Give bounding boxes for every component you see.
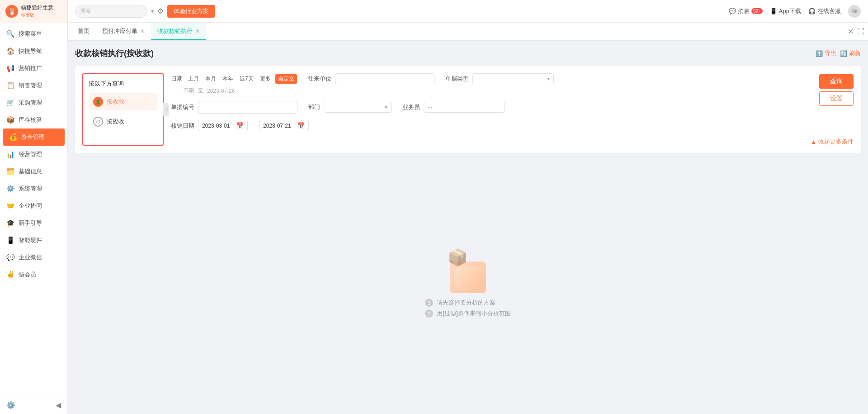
purchase-icon: 🛒	[6, 99, 15, 107]
filter-mode-panel: 按以下方查询 💲 按收款 ⏱ 按应收 《	[82, 73, 164, 146]
online-service-button[interactable]: 🎧 在线客服	[808, 7, 841, 15]
sidebar-item-sales-label: 销售管理	[19, 81, 42, 90]
doc-number-input[interactable]	[198, 101, 297, 114]
topbar-right: 💬 消息 99+ 📱 App下载 🎧 在线客服 Rit	[729, 5, 861, 18]
sidebar-item-operations[interactable]: 📊 经营管理	[0, 146, 67, 163]
topbar-gear-icon[interactable]: ⚙	[157, 7, 164, 15]
staff-dots: ···	[428, 104, 432, 110]
sidebar-item-purchase[interactable]: 🛒 采购管理	[0, 94, 67, 111]
sidebar-item-marketing[interactable]: 📢 营销推广	[0, 60, 67, 77]
empty-illustration: 📦	[445, 248, 491, 293]
filter-voucher-type-field: 单据类型 ▾	[445, 73, 554, 84]
step-2-num: 2	[425, 309, 433, 318]
sidebar-item-enterprise[interactable]: 🤝 企业协同	[0, 197, 67, 214]
sidebar-item-vip[interactable]: ✌️ 畅会员	[0, 266, 67, 283]
staff-input[interactable]: ···	[424, 102, 505, 113]
empty-step-2: 2 用[过滤]条件来缩小分析范围	[425, 309, 510, 318]
date-shortcut-this-month[interactable]: 本月	[203, 74, 218, 84]
tab-prepay-close-icon[interactable]: ✕	[140, 28, 145, 34]
tabbar-expand-button[interactable]: ⛶	[857, 28, 864, 36]
page-content: 收款核销执行(按收款) ⬆️ 导出 🔄 刷新 按以下方查询 💲 按收款	[68, 41, 868, 414]
sidebar-item-hardware[interactable]: 📱 智能硬件	[0, 232, 67, 249]
empty-steps: 1 请先选择要分析的方案 2 用[过滤]条件来缩小分析范围	[425, 299, 510, 318]
receivable-icon: ⏱	[93, 117, 103, 127]
filter-collapse-button[interactable]: 《	[163, 103, 169, 116]
date-shortcut-this-year[interactable]: 本年	[221, 74, 235, 84]
filter-option-by-receipt[interactable]: 💲 按收款	[89, 93, 157, 110]
topbar-chevron-icon[interactable]: ▾	[151, 8, 154, 14]
date-shortcut-last-month[interactable]: 上月	[186, 74, 201, 84]
page-header: 收款核销执行(按收款) ⬆️ 导出 🔄 刷新	[75, 48, 861, 59]
sidebar: 🐰 畅捷通好生意 标准版 🔍 搜索菜单 🏠 快捷导航 📢 营销推广 📋 销售管理…	[0, 0, 68, 414]
writeoff-from-input[interactable]: 2023-03-01 📅	[198, 120, 248, 131]
filter-panel: 按以下方查询 💲 按收款 ⏱ 按应收 《	[75, 66, 861, 153]
guide-icon: 🎓	[6, 219, 15, 227]
topbar-search-placeholder: 搜索	[80, 7, 91, 15]
basic-icon: 🗂️	[6, 167, 15, 176]
staff-label: 业务员	[402, 103, 420, 111]
settings-bottom-icon[interactable]: ⚙️	[6, 401, 15, 409]
sidebar-item-quicknav[interactable]: 🏠 快捷导航	[0, 43, 67, 60]
sidebar-item-system[interactable]: ⚙️ 系统管理	[0, 180, 67, 197]
collapse-sidebar-icon[interactable]: ◀	[56, 401, 61, 409]
topbar-search-box[interactable]: 搜索	[75, 5, 147, 18]
app-download-button[interactable]: 📱 App下载	[770, 7, 801, 15]
filter-option-by-receivable[interactable]: ⏱ 按应收	[89, 113, 157, 130]
writeoff-to-input[interactable]: 2023-07-21 📅	[259, 120, 309, 131]
user-avatar: Rit	[848, 5, 861, 18]
sidebar-item-finance[interactable]: 💰 资金管理	[3, 128, 65, 146]
voucher-type-select[interactable]: ▾	[472, 73, 554, 84]
sidebar-item-sales[interactable]: 📋 销售管理	[0, 77, 67, 94]
date-shortcut-7days[interactable]: 近7天	[238, 74, 255, 84]
collapse-icon: 《	[164, 106, 168, 113]
empty-step-1: 1 请先选择要分析的方案	[425, 299, 510, 307]
setting-button[interactable]: 设置	[819, 91, 854, 106]
step-2-text: 用[过滤]条件来缩小分析范围	[437, 309, 510, 318]
refresh-button[interactable]: 🔄 刷新	[840, 49, 861, 57]
filter-row-1: 日期 上月 本月 本年 近7天 更多 自定义	[171, 73, 812, 84]
date-shortcut-custom[interactable]: 自定义	[275, 74, 297, 84]
collapse-conditions-button[interactable]: ▲ 收起更多条件	[811, 138, 854, 146]
query-button[interactable]: 查询	[819, 74, 854, 89]
sidebar-item-basic[interactable]: 🗂️ 基础信息	[0, 163, 67, 180]
date-unlimited-label: 不限	[184, 87, 194, 95]
step-1-num: 1	[425, 299, 433, 307]
sidebar-item-finance-label: 资金管理	[21, 133, 45, 141]
tab-writeoff-close-icon[interactable]: ✕	[195, 28, 200, 34]
filter-docnumber-field: 单据编号	[171, 101, 297, 114]
user-area[interactable]: Rit	[848, 5, 861, 18]
search-icon: 🔍	[6, 30, 15, 38]
page-header-actions: ⬆️ 导出 🔄 刷新	[816, 49, 861, 57]
sidebar-item-marketing-label: 营销推广	[19, 64, 42, 72]
sidebar-item-search[interactable]: 🔍 搜索菜单	[0, 25, 67, 43]
dept-select[interactable]: ▾	[324, 102, 392, 113]
operations-icon: 📊	[6, 150, 15, 158]
tabbar-close-button[interactable]: ✕	[848, 27, 854, 36]
tab-list: 首页 预付冲应付单 ✕ 收款核销执行 ✕	[71, 23, 206, 40]
logo-icon: 🐰	[5, 5, 18, 18]
solution-button[interactable]: 体验行业方案	[167, 5, 215, 18]
sidebar-item-guide[interactable]: 🎓 新手引导	[0, 214, 67, 232]
enterprise-icon: 🤝	[6, 202, 15, 210]
sidebar-item-operations-label: 经营管理	[19, 150, 42, 158]
message-button[interactable]: 💬 消息 99+	[729, 7, 763, 15]
sidebar-item-inventory[interactable]: 📦 库存核算	[0, 111, 67, 128]
tabbar-actions: ✕ ⛶	[848, 27, 864, 36]
partner-input[interactable]: ···	[335, 73, 434, 84]
tab-writeoff-label: 收款核销执行	[157, 27, 193, 35]
sidebar-item-wechat[interactable]: 💬 企业微信	[0, 249, 67, 266]
tab-home[interactable]: 首页	[71, 23, 96, 40]
app-logo: 🐰 畅捷通好生意 标准版	[0, 0, 67, 23]
sidebar-item-basic-label: 基础信息	[19, 167, 42, 176]
tabbar: 首页 预付冲应付单 ✕ 收款核销执行 ✕ ✕ ⛶	[68, 23, 868, 41]
partner-dots: ···	[339, 76, 344, 82]
tab-prepay[interactable]: 预付冲应付单 ✕	[96, 23, 151, 40]
tab-writeoff[interactable]: 收款核销执行 ✕	[151, 23, 206, 40]
export-button[interactable]: ⬆️ 导出	[816, 49, 836, 57]
headset-icon: 🎧	[808, 8, 816, 14]
dept-chevron-icon: ▾	[385, 104, 387, 110]
date-shortcut-more[interactable]: 更多	[258, 74, 273, 84]
hardware-icon: 📱	[6, 236, 15, 244]
filter-staff-field: 业务员 ···	[402, 102, 505, 113]
filter-row-3: 核销日期 2023-03-01 📅 — 2023-07-21	[171, 120, 812, 131]
